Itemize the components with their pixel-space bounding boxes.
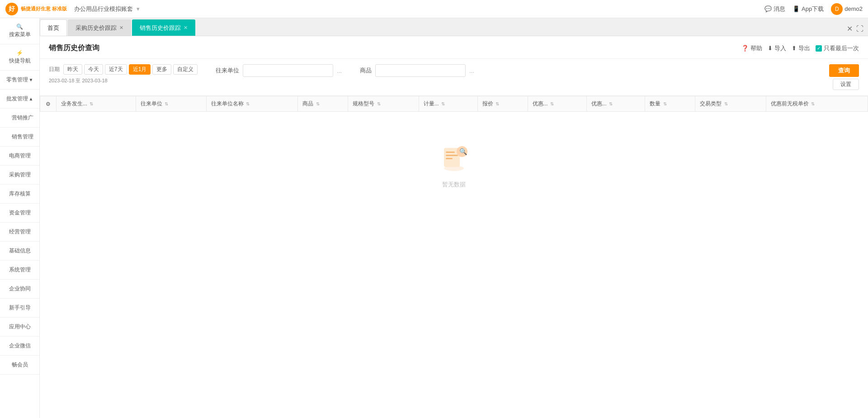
export-btn[interactable]: ⬆ 导出 xyxy=(792,44,810,52)
sidebar-item-marketing[interactable]: 营销推广 xyxy=(0,109,39,128)
tab-home[interactable]: 首页 xyxy=(40,19,67,36)
svg-rect-4 xyxy=(446,158,453,159)
table-col-quote[interactable]: 报价 ⇅ xyxy=(477,96,528,112)
sidebar-item-ecommerce[interactable]: 电商管理 xyxy=(0,147,39,166)
date-btn-7days[interactable]: 近7天 xyxy=(105,64,127,75)
user-menu-btn[interactable]: D demo2 xyxy=(831,3,863,15)
table-col-trade-type[interactable]: 交易类型 ⇅ xyxy=(695,96,766,112)
sort-arrows-pretax-price: ⇅ xyxy=(811,101,815,106)
sort-arrows-spec: ⇅ xyxy=(377,101,381,106)
table-col-discount1[interactable]: 优惠... ⇅ xyxy=(528,96,586,112)
sidebar-label-search: 搜索菜单 xyxy=(9,31,31,38)
date-btn-custom[interactable]: 自定义 xyxy=(173,64,198,75)
close-tab-btn[interactable]: ✕ xyxy=(846,24,854,34)
sidebar-label-vip: 畅会员 xyxy=(12,361,28,369)
import-btn[interactable]: ⬇ 导入 xyxy=(768,44,786,52)
table-col-discount2[interactable]: 优惠... ⇅ xyxy=(586,96,645,112)
tab-bar: 首页 采购历史价跟踪 ✕ 销售历史价跟踪 ✕ ✕ ⛶ xyxy=(40,18,868,36)
sort-arrows-unit: ⇅ xyxy=(441,101,445,106)
date-btn-today[interactable]: 今天 xyxy=(84,64,103,75)
date-btn-1month[interactable]: 近1月 xyxy=(129,64,151,75)
tab-sales-close-icon[interactable]: ✕ xyxy=(184,25,188,31)
table-col-unit-code[interactable]: 往来单位 ⇅ xyxy=(136,96,207,112)
app-title-dropdown-icon[interactable]: ▾ xyxy=(137,5,140,12)
sidebar-item-sales-mgmt[interactable]: 销售管理 xyxy=(0,128,39,147)
table-col-pretax-price[interactable]: 优惠前无税单价 ⇅ xyxy=(766,96,868,112)
date-btn-yesterday[interactable]: 昨天 xyxy=(63,64,82,75)
sidebar-item-new-user[interactable]: 新手引导 xyxy=(0,299,39,318)
sort-arrows-trade-type: ⇅ xyxy=(724,101,728,106)
filter-settings-button[interactable]: 设置 xyxy=(833,79,859,90)
app-download-label: App下载 xyxy=(802,5,824,13)
tab-purchase-history[interactable]: 采购历史价跟踪 ✕ xyxy=(68,19,131,36)
help-icon: ❓ xyxy=(741,45,749,52)
unit-filter-input[interactable] xyxy=(243,64,333,77)
sidebar-item-wholesale[interactable]: 批发管理 ▲ xyxy=(0,90,39,109)
table-col-qty[interactable]: 数量 ⇅ xyxy=(645,96,695,112)
logo-icon: 好 xyxy=(5,3,18,15)
help-btn[interactable]: ❓ 帮助 xyxy=(741,44,762,52)
avatar: D xyxy=(831,3,843,15)
svg-rect-2 xyxy=(446,152,455,153)
sidebar-item-app-center[interactable]: 应用中心 xyxy=(0,318,39,337)
sidebar-item-quick-nav[interactable]: ⚡ 快捷导航 xyxy=(0,44,39,71)
svg-text:🔍: 🔍 xyxy=(459,148,467,156)
sidebar-label-new-user: 新手引导 xyxy=(9,304,31,312)
goods-filter-dots[interactable]: ... xyxy=(469,67,474,74)
tab-bar-actions: ✕ ⛶ xyxy=(846,24,868,36)
table-col-settings[interactable]: ⚙ xyxy=(40,96,57,112)
tab-sales-history[interactable]: 销售历史价跟踪 ✕ xyxy=(132,19,195,36)
tab-purchase-close-icon[interactable]: ✕ xyxy=(119,25,123,31)
sidebar-item-inventory[interactable]: 库存核算 xyxy=(0,185,39,204)
sidebar-item-operations[interactable]: 经营管理 xyxy=(0,223,39,242)
date-btn-more[interactable]: 更多 xyxy=(152,64,171,75)
table-col-unit-name[interactable]: 往来单位名称 ⇅ xyxy=(207,96,298,112)
sidebar-item-purchase[interactable]: 采购管理 xyxy=(0,166,39,185)
message-btn[interactable]: 💬 消息 xyxy=(764,5,785,13)
date-filter-label: 日期 xyxy=(49,66,60,73)
goods-filter-input[interactable] xyxy=(375,64,466,77)
app-title: 办公用品行业模拟账套 xyxy=(74,5,133,13)
top-bar-right: 💬 消息 📱 App下载 D demo2 xyxy=(764,3,863,15)
app-download-btn[interactable]: 📱 App下载 xyxy=(793,5,824,13)
table-col-biz-date[interactable]: 业务发生... ⇅ xyxy=(57,96,136,112)
sidebar-item-basic-info[interactable]: 基础信息 xyxy=(0,242,39,261)
table-col-spec[interactable]: 规格型号 ⇅ xyxy=(348,96,419,112)
date-filter-group: 日期 昨天 今天 近7天 近1月 更多 自定义 2023-02-18 至 202… xyxy=(49,64,198,84)
message-label: 消息 xyxy=(774,5,785,13)
only-last-checkbox[interactable]: ✓ xyxy=(816,45,822,52)
sidebar-item-enterprise-wechat[interactable]: 企业微信 xyxy=(0,337,39,356)
sort-arrows-quote: ⇅ xyxy=(495,101,499,106)
col-spec-label: 规格型号 xyxy=(353,100,374,107)
sort-arrows-goods: ⇅ xyxy=(316,101,320,106)
table-col-unit[interactable]: 计量... ⇅ xyxy=(419,96,477,112)
sidebar-item-retail[interactable]: 零售管理 ▼ xyxy=(0,71,39,90)
chevron-up-icon: ▲ xyxy=(29,96,33,101)
sidebar-item-search[interactable]: 🔍 搜索菜单 xyxy=(0,18,39,44)
tab-sales-history-label: 销售历史价跟踪 xyxy=(140,24,181,32)
table-col-goods[interactable]: 商品 ⇅ xyxy=(298,96,348,112)
maximize-btn[interactable]: ⛶ xyxy=(855,24,864,34)
only-last-checkbox-label[interactable]: ✓ 只看最后一次 xyxy=(816,44,859,52)
sidebar-label-operations: 经营管理 xyxy=(9,228,31,236)
sort-arrows-discount1: ⇅ xyxy=(550,101,554,106)
sidebar-item-vip[interactable]: 畅会员 xyxy=(0,356,39,375)
import-icon: ⬇ xyxy=(768,45,773,52)
sidebar-item-finance[interactable]: 资金管理 xyxy=(0,204,39,223)
sidebar-label-enterprise-wechat: 企业微信 xyxy=(9,342,31,350)
col-trade-type-label: 交易类型 xyxy=(700,100,722,107)
top-bar: 好 畅捷通好生意 标准版 办公用品行业模拟账套 ▾ 💬 消息 📱 App下载 D… xyxy=(0,0,868,18)
table-wrapper: ⚙ 业务发生... ⇅ 往来单位 ⇅ 往来单位名称 ⇅ xyxy=(40,96,868,216)
export-label: 导出 xyxy=(798,44,810,52)
sort-arrows-unit-code: ⇅ xyxy=(165,101,168,106)
date-range-display: 2023-02-18 至 2023-03-18 xyxy=(49,77,198,84)
sidebar-label-enterprise: 企业协同 xyxy=(9,285,31,293)
unit-filter-dots[interactable]: ... xyxy=(337,67,342,74)
main-layout: 🔍 搜索菜单 ⚡ 快捷导航 零售管理 ▼ 批发管理 ▲ 营销推广 销售管理 电商… xyxy=(0,18,868,418)
query-button[interactable]: 查询 xyxy=(829,64,859,77)
goods-filter-group: 商品 ... xyxy=(360,64,474,77)
page-header: 销售历史价查询 ❓ 帮助 ⬇ 导入 ⬆ 导出 ✓ xyxy=(40,36,868,59)
sidebar-item-enterprise[interactable]: 企业协同 xyxy=(0,280,39,299)
sidebar-item-system[interactable]: 系统管理 xyxy=(0,261,39,280)
unit-filter-label: 往来单位 xyxy=(216,66,239,75)
